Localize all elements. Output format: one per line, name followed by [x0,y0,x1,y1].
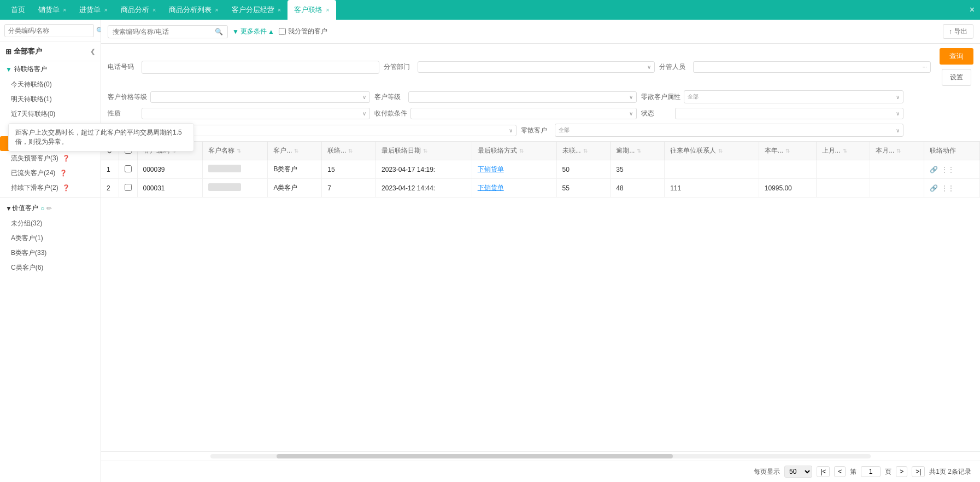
nature-select[interactable]: ∨ [142,108,370,119]
method-link-2[interactable]: 下销货单 [478,184,504,191]
td-contact-1: 15 [322,160,376,179]
th-this-year[interactable]: 本年...⇅ [759,142,816,160]
export-button[interactable]: ↑ 导出 [943,24,973,39]
search-input[interactable] [113,28,213,36]
query-button[interactable]: 查询 [940,48,973,65]
close-icon-sales[interactable]: × [63,7,66,13]
th-uncontacted[interactable]: 未联...⇅ [556,142,611,160]
price-tier-select[interactable]: ∨ [150,91,370,103]
page-number-input[interactable] [861,466,881,477]
td-checkbox-2[interactable] [119,179,137,198]
customer-tier-select[interactable]: ∨ [408,91,637,103]
customer-type-select[interactable]: ∨ [168,125,517,136]
action-more-icon-2[interactable]: ⋮⋮ [941,184,954,192]
nav-item-analysis[interactable]: 商品分析 × [114,0,162,20]
sidebar-class-c[interactable]: C类客户(6) [0,260,101,275]
td-method-2[interactable]: 下销货单 [472,179,556,198]
row-checkbox-1[interactable] [125,165,132,172]
sidebar-unclassified[interactable]: 未分组(32) [0,216,101,231]
th-name[interactable]: 客户名称⇅ [202,142,267,160]
settings-label: 设置 [950,73,963,81]
td-lastmonth-2 [816,179,870,198]
close-icon-customer-tier[interactable]: × [278,7,281,13]
churn-warning-label: 流失预警客户(3) [11,154,58,162]
nav-item-analysis-list[interactable]: 商品分析列表 × [162,0,225,20]
sidebar-churned[interactable]: 已流失客户(24) ❓ [0,166,101,181]
horizontal-scrollbar [101,451,980,461]
th-last-contact-method[interactable]: 最后联络方式⇅ [472,142,556,160]
nav-item-customer-tier[interactable]: 客户分层经营 × [225,0,287,20]
nav-item-home[interactable]: 首页 [4,0,32,20]
nav-item-purchase[interactable]: 进货单 × [73,0,114,20]
td-overdue-2: 48 [611,179,665,198]
filter-row-1: 电话号码 分管部门 ∨ 分管人员 ··· [108,48,973,86]
scrollbar-track[interactable] [210,454,871,458]
sidebar-today-contact[interactable]: 今天待联络(0) [0,77,101,92]
filter-payment: 收付款条件 ∨ [374,108,637,119]
row-checkbox-2[interactable] [125,184,132,191]
th-overdue[interactable]: 逾期...⇅ [611,142,665,160]
nav-item-customer-contact[interactable]: 客户联络 × [287,0,336,20]
scrollbar-thumb[interactable] [277,454,673,458]
close-icon-analysis[interactable]: × [152,7,156,13]
per-page-select[interactable]: 50 100 200 [784,466,812,478]
total-label: 共1页 2条记录 [929,467,971,477]
value-customer-group[interactable]: ▼ 价值客户 ○ ✏ [0,200,101,216]
sidebar-declining[interactable]: 持续下滑客户(2) ❓ [0,181,101,195]
close-icon-purchase[interactable]: × [104,7,107,13]
phone-input[interactable] [142,61,379,74]
edit-icon[interactable]: ✏ [46,205,52,212]
sidebar-churn-warning[interactable]: 流失预警客户(3) ❓ [0,151,101,166]
action-more-icon-1[interactable]: ⋮⋮ [941,166,954,173]
price-tier-label: 客户价格等级 [108,92,147,102]
question-icon-4: ❓ [62,184,70,191]
th-associated-contact[interactable]: 往来单位联系人⇅ [665,142,759,160]
next-page-button[interactable]: > [896,466,907,477]
sidebar-class-b[interactable]: B类客户(33) [0,246,101,260]
last-page-button[interactable]: >| [912,466,925,477]
th-last-contact-date[interactable]: 最后联络日期⇅ [376,142,472,160]
th-this-month[interactable]: 本月...⇅ [870,142,924,160]
method-link-1[interactable]: 下销货单 [478,165,504,173]
search-box: 🔍 [108,25,228,38]
sidebar-class-a[interactable]: A类客户(1) [0,231,101,246]
nav-label-customer-contact: 客户联络 [294,5,322,15]
wait-contact-group[interactable]: ▼ 待联络客户 [0,61,101,77]
filter-row-4: ··· 客户类型 ∨ 零散客户 全部 ∨ [108,124,973,137]
question-icon-3: ❓ [60,170,67,176]
collapse-button[interactable]: ❮ [90,48,95,55]
sidebar-tomorrow-contact[interactable]: 明天待联络(1) [0,92,101,107]
7day-contact-label: 近7天待联络(0) [11,110,55,118]
first-page-button[interactable]: |< [817,466,830,477]
sidebar-7day-contact[interactable]: 近7天待联络(0) [0,107,101,121]
prev-page-button[interactable]: < [834,466,846,477]
payment-select[interactable]: ∨ [410,108,637,119]
nav-item-sales[interactable]: 销货单 × [32,0,73,20]
today-contact-label: 今天待联络(0) [11,80,52,88]
search-icon[interactable]: 🔍 [215,28,223,36]
sidebar-search-input[interactable] [4,24,94,37]
more-conditions-button[interactable]: ▼ 更多条件 ▲ [232,27,274,36]
th-contact-count[interactable]: 联络...⇅ [322,142,376,160]
td-type-1: B类客户 [268,160,322,179]
manager-select[interactable]: ··· [693,61,931,73]
retail-customer-select[interactable]: 全部 ∨ [555,124,903,137]
close-icon-analysis-list[interactable]: × [215,7,218,13]
settings-button[interactable]: 设置 [942,69,971,86]
nav-label-purchase: 进货单 [79,5,101,15]
chevron-up-icon: ▲ [268,28,274,36]
retail-attr-select[interactable]: 全部 ∨ [684,90,903,103]
th-customer-type-col[interactable]: 客户...⇅ [268,142,322,160]
action-link-icon-2[interactable]: 🔗 [930,184,938,192]
td-method-1[interactable]: 下销货单 [472,160,556,179]
sidebar-search-icon[interactable]: 🔍 [96,27,101,34]
close-icon-customer-contact[interactable]: × [326,7,329,13]
filter-phone: 电话号码 [108,61,379,74]
my-customers-checkbox[interactable] [279,28,286,35]
status-select[interactable]: ∨ [675,108,903,119]
th-last-month[interactable]: 上月...⇅ [816,142,870,160]
close-all-button[interactable]: × [970,5,975,15]
td-checkbox-1[interactable] [119,160,137,179]
dept-select[interactable]: ∨ [418,61,655,73]
action-link-icon-1[interactable]: 🔗 [930,166,938,173]
